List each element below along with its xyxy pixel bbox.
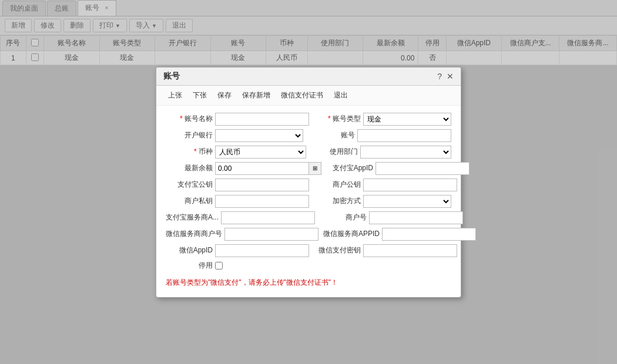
alipay-appid-input[interactable] [375,162,470,175]
form-row-3: * 币种 人民币 美元 欧元 港币 使用部门 [166,146,451,159]
balance-input-group: ⊞ [215,162,321,175]
alipay-pubkey-label: 支付宝公钥 [166,180,213,190]
prev-button[interactable]: 上张 [163,89,187,102]
form-col-merchant-privkey: 商户私钥 [166,195,309,208]
dialog-toolbar: 上张 下张 保存 保存新增 微信支付证书 退出 [156,86,461,106]
form-row-4: 最新余额 ⊞ 支付宝AppID [166,162,451,175]
alipay-pubkey-input[interactable] [215,178,309,191]
form-col-balance: 最新余额 ⊞ [166,162,321,175]
form-col-wechat-pay-key: 微信支付密钥 [314,244,457,257]
merchant-pubkey-label: 商户公钥 [314,180,361,190]
dept-select[interactable] [360,146,451,159]
account-type-select[interactable]: 现金 银行 支付宝 微信支付 其他 [363,113,451,126]
merchant-privkey-label: 商户私钥 [166,196,213,206]
save-button[interactable]: 保存 [213,89,236,102]
wechat-appid-input[interactable] [215,244,309,257]
wechat-merchant-input[interactable] [224,228,318,241]
form-col-encrypt: 加密方式 RSA RSA2 [314,195,451,208]
open-bank-select[interactable] [215,129,303,142]
form-row-2: 开户银行 账号 [166,129,451,142]
wechat-pay-key-input[interactable] [363,244,457,257]
form-col-open-bank: 开户银行 [166,129,303,142]
form-col-account-no: 账号 [308,129,451,142]
account-name-input[interactable] [215,113,309,126]
wechat-pay-key-label: 微信支付密钥 [314,245,361,255]
next-button[interactable]: 下张 [188,89,212,102]
save-new-button[interactable]: 保存新增 [237,89,275,102]
form-col-account-type: * 账号类型 现金 银行 支付宝 微信支付 其他 [314,113,451,126]
merchant-pubkey-input[interactable] [363,178,457,191]
encrypt-select[interactable]: RSA RSA2 [363,195,451,208]
merchant-no-label: 商户号 [320,213,367,223]
balance-label: 最新余额 [166,163,213,173]
open-bank-label: 开户银行 [166,130,213,140]
merchant-no-input[interactable] [369,211,463,224]
account-no-label: 账号 [308,130,355,140]
dialog-title-bar: 账号 ? ✕ [156,68,461,86]
dialog-body: * 账号名称 * 账号类型 现金 银行 支付宝 微信支付 其他 [156,106,461,297]
account-no-input[interactable] [357,129,451,142]
dialog-exit-button[interactable]: 退出 [329,89,353,102]
account-name-label: * 账号名称 [166,114,213,124]
account-type-label: * 账号类型 [314,114,361,124]
close-icon[interactable]: ✕ [447,72,454,81]
form-col-alipay-service: 支付宝服务商A... [166,211,315,224]
form-row-5: 支付宝公钥 商户公钥 [166,178,451,191]
help-icon[interactable]: ? [437,72,442,81]
currency-select[interactable]: 人民币 美元 欧元 港币 [215,146,306,159]
form-col-dept: 使用部门 [311,146,451,159]
modal-overlay: 账号 ? ✕ 上张 下张 保存 保存新增 微信支付证书 退出 [0,0,617,364]
alipay-service-label: 支付宝服务商A... [166,213,219,223]
encrypt-label: 加密方式 [314,196,361,206]
form-col-merchant-no: 商户号 [320,211,463,224]
dialog-title-text: 账号 [163,71,180,82]
currency-label: * 币种 [166,147,213,157]
merchant-privkey-input[interactable] [215,195,309,208]
wechat-appid-label: 微信AppID [166,245,213,255]
form-row-6: 商户私钥 加密方式 RSA RSA2 [166,195,451,208]
disabled-checkbox[interactable] [215,262,223,269]
form-col-account-name: * 账号名称 [166,113,309,126]
form-col-currency: * 币种 人民币 美元 欧元 港币 [166,146,306,159]
form-col-alipay-appid: 支付宝AppID [326,162,470,175]
wechat-cert-button[interactable]: 微信支付证书 [276,89,328,102]
wechat-service-appid-label: 微信服务商APPID [323,229,380,239]
form-col-wechat-appid: 微信AppID [166,244,309,257]
warning-text: 若账号类型为"微信支付"，请务必上传"微信支付证书"！ [166,275,451,290]
dialog: 账号 ? ✕ 上张 下张 保存 保存新增 微信支付证书 退出 [156,67,461,298]
balance-input[interactable] [215,162,308,175]
form-row-1: * 账号名称 * 账号类型 现金 银行 支付宝 微信支付 其他 [166,113,451,126]
form-row-7: 支付宝服务商A... 商户号 [166,211,451,224]
dialog-title-icons: ? ✕ [437,72,454,81]
form-row-8: 微信服务商商户号 微信服务商APPID [166,228,451,241]
wechat-merchant-label: 微信服务商商户号 [166,229,222,239]
alipay-appid-label: 支付宝AppID [326,163,373,173]
form-col-disabled: 停用 [166,261,306,271]
disabled-label: 停用 [166,261,213,271]
page-wrapper: 我的桌面 总账 账号 × 新增 修改 删除 打印 ▼ 导入 ▼ 退出 序号 [0,0,617,364]
form-col-wechat-service-appid: 微信服务商APPID [323,228,476,241]
wechat-service-appid-input[interactable] [382,228,476,241]
dept-label: 使用部门 [311,147,358,157]
form-row-disabled: 停用 [166,261,451,271]
form-row-9: 微信AppID 微信支付密钥 [166,244,451,257]
form-col-wechat-merchant: 微信服务商商户号 [166,228,318,241]
form-col-merchant-pubkey: 商户公钥 [314,178,457,191]
balance-calc-button[interactable]: ⊞ [308,162,321,175]
alipay-service-input[interactable] [221,211,315,224]
form-col-alipay-pubkey: 支付宝公钥 [166,178,309,191]
